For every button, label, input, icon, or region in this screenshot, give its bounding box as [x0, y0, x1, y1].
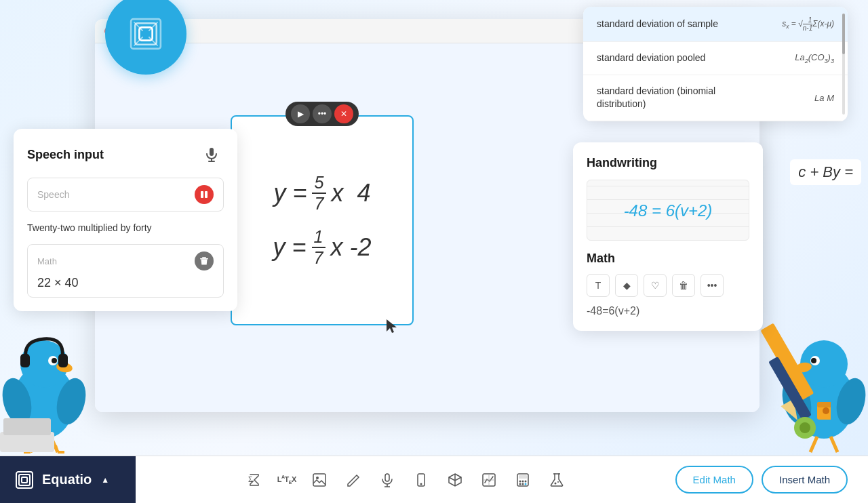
delete-math-button[interactable]	[195, 252, 214, 270]
bottom-toolbar: Equatio ▲ Σ LATEX	[0, 456, 868, 503]
svg-rect-11	[205, 191, 208, 198]
formula-row-2[interactable]: standard deviation pooled La2(CO3)3	[583, 42, 848, 75]
close-button[interactable]: ✕	[334, 104, 353, 123]
pencil-tool-button[interactable]	[342, 469, 364, 491]
sigma-tool-button[interactable]: Σ	[243, 469, 265, 491]
svg-point-69	[521, 483, 524, 485]
formula-name-2: standard deviation pooled	[597, 52, 760, 65]
svg-point-70	[524, 483, 526, 485]
formula-row-3[interactable]: standard deviation (binomial distributio…	[583, 75, 848, 121]
math-section: Math 22 × 40	[27, 244, 224, 298]
mobile-tool-button[interactable]	[410, 469, 432, 491]
formula-expr-2: La2(CO3)3	[760, 52, 834, 64]
toolbar-tools: Σ LATEX	[136, 469, 675, 491]
toolbar-actions: Edit Math Insert Math	[675, 466, 848, 494]
math-label-row: Math	[37, 252, 214, 270]
svg-point-65	[519, 480, 521, 482]
svg-point-68	[519, 483, 521, 485]
image-math-tool-button[interactable]	[309, 469, 330, 491]
delete-tool-button[interactable]: 🗑	[672, 274, 695, 297]
formula-name-1: standard deviation of sample	[597, 18, 760, 31]
svg-point-18	[52, 358, 57, 363]
speech-card-title: Speech input	[27, 148, 104, 162]
svg-rect-55	[385, 474, 389, 481]
formula-expr-1: sx = √1n-1Σ(x-μ)	[760, 16, 834, 32]
formula-panel: standard deviation of sample sx = √1n-1Σ…	[583, 7, 848, 121]
formula-row-1[interactable]: standard deviation of sample sx = √1n-1Σ…	[583, 7, 848, 42]
text-tool-button[interactable]: T	[587, 274, 610, 297]
svg-point-59	[420, 483, 422, 485]
mic-button[interactable]	[199, 142, 224, 167]
svg-rect-7	[210, 148, 214, 156]
svg-rect-50	[19, 475, 30, 485]
handwriting-canvas[interactable]: -48 = 6(v+2)	[587, 180, 749, 241]
edit-math-button[interactable]: Edit Math	[675, 466, 753, 494]
speech-input-placeholder: Speech	[37, 189, 69, 200]
svg-line-39	[831, 437, 837, 452]
brand-name-label: Equatio	[42, 472, 92, 487]
svg-point-72	[554, 482, 556, 484]
insert-math-button[interactable]: Insert Math	[762, 466, 848, 494]
graph-tool-button[interactable]	[478, 469, 500, 491]
svg-rect-12	[200, 258, 208, 260]
formula-name-3: standard deviation (binomial distributio…	[597, 85, 760, 111]
play-button[interactable]: ▶	[291, 104, 310, 123]
formula-scrollbar-thumb	[842, 14, 845, 54]
equation-canvas: ▶ ••• ✕ y = 5 7 x 4 y = 1 7 x -2	[231, 115, 414, 325]
math-value: 22 × 40	[37, 276, 214, 290]
svg-rect-13	[202, 257, 206, 258]
svg-text:Σ: Σ	[248, 476, 252, 483]
equation-line-2: y = 1 7 x -2	[273, 227, 371, 268]
diamond-tool-button[interactable]: ◆	[615, 274, 638, 297]
svg-point-67	[524, 480, 526, 482]
math-result: -48=6(v+2)	[587, 305, 749, 317]
handwriting-equation: -48 = 6(v+2)	[624, 200, 713, 221]
svg-rect-19	[20, 354, 30, 367]
equatio-logo-icon	[122, 10, 170, 58]
svg-point-73	[557, 481, 559, 483]
cube-tool-button[interactable]	[444, 469, 466, 491]
svg-rect-64	[519, 475, 527, 479]
math-label: Math	[37, 256, 57, 266]
more-tool-button[interactable]: •••	[701, 274, 724, 297]
handwriting-title: Handwriting	[587, 156, 749, 170]
brand-chevron-icon: ▲	[101, 475, 109, 485]
speech-input-box[interactable]: Speech	[27, 178, 224, 212]
equation-line-1: y = 5 7 x 4	[273, 173, 370, 214]
svg-point-66	[521, 480, 524, 482]
latex-tool-button[interactable]: LATEX	[277, 469, 296, 491]
svg-rect-51	[22, 477, 27, 483]
svg-point-54	[316, 477, 319, 479]
calculator-tool-button[interactable]	[512, 469, 534, 491]
flask-tool-button[interactable]	[546, 469, 568, 491]
bird-left-decoration	[0, 306, 88, 456]
handwriting-card: Handwriting -48 = 6(v+2) Math T ◆ ♡ 🗑 ••…	[573, 142, 763, 331]
speech-card-header: Speech input	[27, 142, 224, 167]
svg-rect-20	[58, 354, 68, 367]
equatio-brand[interactable]: Equatio ▲	[0, 456, 136, 504]
more-options-button[interactable]: •••	[313, 104, 332, 123]
svg-rect-10	[201, 191, 203, 198]
formula-scrollbar[interactable]	[842, 14, 845, 115]
speech-input-card: Speech input Speech Twenty-two multiplie…	[14, 129, 237, 311]
svg-rect-30	[3, 418, 51, 435]
svg-point-47	[823, 407, 829, 414]
mic-tool-button[interactable]	[376, 469, 398, 491]
math-tools-row: T ◆ ♡ 🗑 •••	[587, 274, 749, 297]
partial-equation: c + By =	[790, 159, 861, 185]
pause-button[interactable]	[195, 185, 214, 204]
compass-decoration	[749, 314, 831, 452]
svg-rect-53	[313, 474, 326, 486]
svg-rect-46	[817, 402, 831, 407]
heart-tool-button[interactable]: ♡	[644, 274, 667, 297]
math-section-title: Math	[587, 252, 749, 266]
equation-toolbar: ▶ ••• ✕	[285, 102, 359, 126]
brand-logo-icon	[14, 469, 35, 491]
formula-expr-3: La M	[760, 93, 834, 103]
cursor-arrow	[385, 318, 399, 338]
svg-point-44	[800, 422, 810, 433]
speech-transcription: Twenty-two multiplied by forty	[27, 220, 224, 236]
